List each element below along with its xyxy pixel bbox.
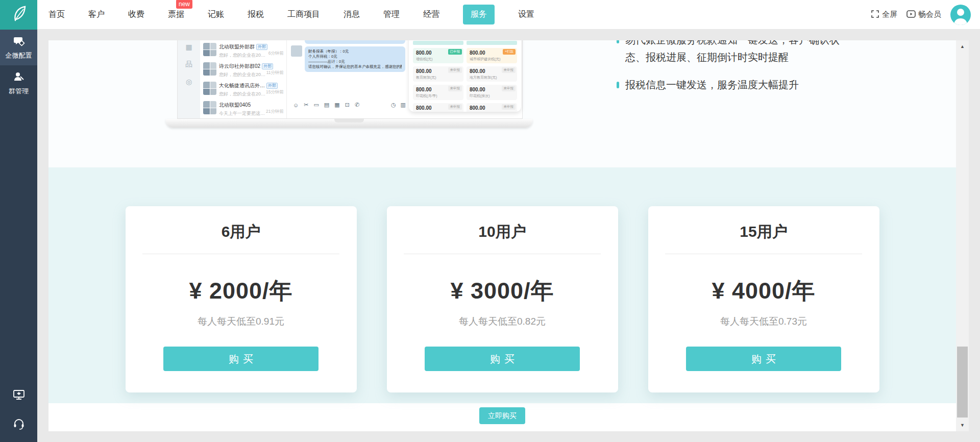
plan-price: ¥ 2000/年 <box>126 276 357 306</box>
bullet-marker-icon <box>617 40 619 43</box>
pricing-card-15-users: 15用户 ¥ 4000/年 每人每天低至0.73元 购买 <box>648 206 879 392</box>
chat-toolbar: ☺ ✂ ▭ ▤ ▦ ⊡ ✆ ◷ ▥ <box>293 102 406 108</box>
buy-now-button[interactable]: 立即购买 <box>479 407 525 424</box>
chat-name: 北动联盟0405 <box>219 102 251 109</box>
play-video-icon <box>906 10 916 19</box>
plan-price: ¥ 4000/年 <box>648 276 879 306</box>
buy-button[interactable]: 购买 <box>163 347 318 371</box>
external-badge: 外部 <box>256 44 267 50</box>
bullet-marker-icon <box>617 82 619 88</box>
tax-card: 800.00 地方教育附加(元) 未申报 <box>467 66 517 82</box>
app-logo[interactable] <box>0 0 37 30</box>
group-user-icon <box>13 70 25 84</box>
status-badge: 未申报 <box>448 67 462 73</box>
status-badge: 未申报 <box>502 86 516 91</box>
chat-time: 11分钟前 <box>266 70 284 76</box>
sender-avatar <box>291 45 302 57</box>
download-client-icon[interactable] <box>12 388 26 404</box>
chat-name: 北动联盟外部群 <box>219 43 255 51</box>
plan-price: ¥ 3000/年 <box>387 276 618 306</box>
file-icon: ▤ <box>324 102 329 108</box>
feature-bullet: 报税信息一键发送，服务温度大幅提升 <box>617 76 856 93</box>
image-icon: ▭ <box>313 102 318 108</box>
vertical-scrollbar[interactable]: ▲ ▼ <box>956 40 969 431</box>
tax-status-panel: 800.00 增值税(元) 已申报 800.00 城市维护建设税(元) +打款 … <box>409 40 521 112</box>
laptop-screenshot: ▦ 品 ◎ 北动联盟外部群外部 您好，您的企业在2022年... 6分钟前 <box>177 40 523 119</box>
nav-menu: 首页 客户 收费 票据 new 记账 报税 工商项目 消息 管理 经营 服务 设… <box>48 5 534 24</box>
tax-card: 800.00 教育附加(元) 未申报 <box>413 66 463 82</box>
wecom-left-rail: ▦ 品 ◎ <box>178 40 200 118</box>
nav-item-bookkeeping[interactable]: 记账 <box>208 9 224 20</box>
customer-service-headset-icon[interactable] <box>12 418 26 433</box>
chat-name: 诗云印社外部群02 <box>219 63 260 70</box>
screenshot-icon: ✂ <box>304 102 308 108</box>
emoji-icon: ☺ <box>293 102 299 108</box>
chat-time: 21分钟前 <box>266 109 284 115</box>
nav-item-business-projects[interactable]: 工商项目 <box>287 9 320 20</box>
chat-gear-icon <box>13 35 25 48</box>
chat-time: 6分钟前 <box>268 51 284 57</box>
nav-item-services[interactable]: 服务 <box>463 5 495 24</box>
scroll-down-arrow-icon[interactable]: ▼ <box>956 420 969 430</box>
plan-users: 10用户 <box>387 222 618 242</box>
sidebar-item-label: 群管理 <box>9 87 29 96</box>
sidebar-item-wecom-config[interactable]: 企微配置 <box>0 30 37 65</box>
pricing-section: 6用户 ¥ 2000/年 每人每天低至0.91元 购买 10用户 ¥ 3000/… <box>48 167 956 403</box>
group-avatar <box>203 101 216 114</box>
org-icon: 品 <box>185 60 192 69</box>
nav-item-fees[interactable]: 收费 <box>128 9 144 20</box>
message-bubble: 财务报表（年报）：0元 个人所得税：0元 —————总计：0元 请您核对确认，并… <box>305 46 405 72</box>
tax-panel-header-clipped <box>413 41 517 45</box>
wecom-chat-window: 财务报表（年报）：0元 个人所得税：0元 —————总计：0元 请您核对确认，并… <box>287 40 409 118</box>
group-avatar <box>203 62 216 76</box>
tax-card: 800.00 印花税(月/季) 未申报 <box>413 85 463 100</box>
app-grid-icon: ▦ <box>334 102 339 108</box>
sidebar: 企微配置 群管理 <box>0 0 37 442</box>
nav-item-messages[interactable]: 消息 <box>344 9 360 20</box>
nav-item-settings[interactable]: 设置 <box>518 9 534 20</box>
member-button[interactable]: 畅会员 <box>906 10 941 19</box>
nav-item-customers[interactable]: 客户 <box>88 9 105 20</box>
pricing-card-6-users: 6用户 ¥ 2000/年 每人每天低至0.91元 购买 <box>126 206 357 392</box>
status-badge: 未申报 <box>448 86 462 91</box>
top-navbar: 首页 客户 收费 票据 new 记账 报税 工商项目 消息 管理 经营 服务 设… <box>37 0 980 30</box>
tax-card: 800.00 增值税(元) 已申报 <box>413 48 463 63</box>
chat-time: 15分钟前 <box>266 89 284 95</box>
grid-icon: ▦ <box>185 43 192 51</box>
feature-bullets: 易代账企微服务税款通知一键发送，客户确认状态、报税进展、征期倒计时实时提醒 报税… <box>617 40 856 104</box>
feature-bullet: 易代账企微服务税款通知一键发送，客户确认状态、报税进展、征期倒计时实时提醒 <box>617 40 856 66</box>
nav-item-tax-filing[interactable]: 报税 <box>248 9 264 20</box>
tax-card: 800.00 未申报 <box>413 103 463 112</box>
sidebar-item-group-management[interactable]: 群管理 <box>0 65 37 101</box>
nav-item-operations[interactable]: 经营 <box>423 9 439 20</box>
chat-list-item: 北动联盟0405 今天上午一定要把这个需... 21分钟前 <box>200 99 286 118</box>
external-badge: 外部 <box>266 83 278 89</box>
nav-item-home[interactable]: 首页 <box>48 9 65 20</box>
plan-users: 15用户 <box>648 222 879 242</box>
sidebar-item-label: 企微配置 <box>6 51 32 60</box>
nav-item-management[interactable]: 管理 <box>383 9 400 20</box>
status-badge: 未申报 <box>448 104 462 110</box>
plan-per-day: 每人每天低至0.82元 <box>387 315 618 328</box>
pricing-card-10-users: 10用户 ¥ 3000/年 每人每天低至0.82元 购买 <box>387 206 618 392</box>
content-panel: ▦ 品 ◎ 北动联盟外部群外部 您好，您的企业在2022年... 6分钟前 <box>48 40 956 431</box>
new-badge: new <box>176 0 192 9</box>
app-root: 企微配置 群管理 <box>0 0 980 442</box>
user-avatar[interactable] <box>950 5 971 25</box>
fullscreen-button[interactable]: 全屏 <box>871 10 897 20</box>
status-badge: 未申报 <box>502 104 516 110</box>
call-icon: ✆ <box>355 102 359 108</box>
buy-button[interactable]: 购买 <box>425 347 580 371</box>
nav-item-invoices[interactable]: 票据 new <box>168 9 184 20</box>
cta-strip: 立即购买 <box>48 403 956 431</box>
circle-play-icon: ◎ <box>186 78 192 86</box>
tax-card: 800.00 未申报 <box>467 103 517 112</box>
split-view-icon: ▥ <box>401 102 406 108</box>
buy-button[interactable]: 购买 <box>686 347 841 371</box>
scrollbar-thumb[interactable] <box>957 347 968 418</box>
chat-list-item: 北动联盟外部群外部 您好，您的企业在2022年... 6分钟前 <box>200 41 286 60</box>
chat-list-item: 诗云印社外部群02外部 您好，您的企业在2022年... 11分钟前 <box>200 60 286 80</box>
group-avatar <box>203 43 216 56</box>
scroll-up-arrow-icon[interactable]: ▲ <box>956 41 969 52</box>
status-badge: 已申报 <box>448 49 462 55</box>
